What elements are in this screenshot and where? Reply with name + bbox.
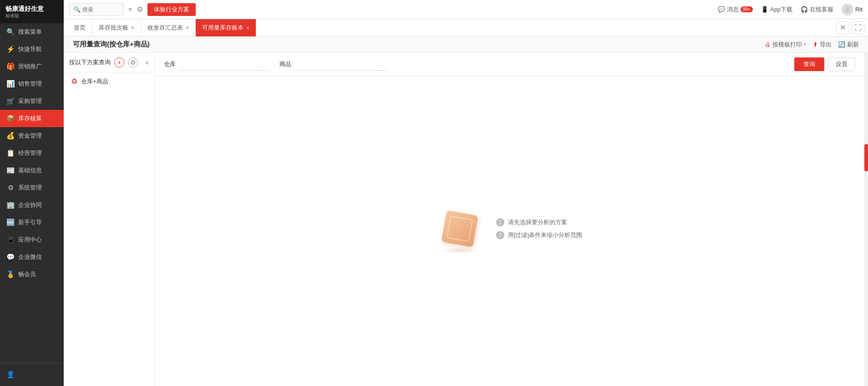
tab-batch-ledger-label: 库存批次账 — [99, 24, 128, 32]
scheme-item-warehouse-product[interactable]: ♻ 仓库+商品 — [64, 72, 154, 90]
sidebar-item-inventory[interactable]: 📦 库存核算 — [0, 110, 64, 127]
sidebar-item-search[interactable]: 🔍 搜索菜单 — [0, 23, 64, 41]
topbar-search-box[interactable]: 🔍 — [69, 3, 124, 16]
sidebar-item-sales[interactable]: 📊 销售管理 — [0, 75, 64, 93]
sidebar-item-enterprise[interactable]: 🏢 企业协同 — [0, 196, 64, 214]
empty-tips: 1 请先选择要分析的方案 2 用[过滤]条件来缩小分析范围 — [496, 218, 582, 244]
sidebar-item-label: 企业协同 — [18, 201, 42, 209]
empty-tip-1: 1 请先选择要分析的方案 — [496, 218, 582, 226]
print-template-action[interactable]: 🖨 按模板打印 ▾ — [765, 41, 807, 49]
avatar — [842, 4, 853, 15]
warehouse-more-icon[interactable]: ... — [261, 61, 269, 67]
refresh-label: 刷新 — [847, 41, 859, 49]
page-actions: 🖨 按模板打印 ▾ ⬆ 导出 🔄 刷新 — [765, 41, 859, 49]
scrollbar-thumb — [864, 144, 868, 171]
sidebar-item-system[interactable]: ⚙ 系统管理 — [0, 179, 64, 196]
app-version: 标准版 — [5, 13, 58, 19]
empty-box-icon — [441, 210, 478, 247]
online-service-label: 在线客服 — [810, 5, 833, 14]
sidebar-header: 畅康通好生意 标准版 — [0, 0, 64, 23]
user-profile[interactable]: Rit — [842, 4, 863, 15]
gear-icon: ⚙ — [6, 184, 15, 192]
topbar: 🔍 ▾ ⚙ 体验行业方案 💬 消息 99+ 📱 App下载 🎧 在线客服 — [64, 0, 868, 19]
sidebar-item-basics[interactable]: 📰 基础信息 — [0, 162, 64, 179]
refresh-action[interactable]: 🔄 刷新 — [838, 41, 859, 49]
print-template-label: 按模板打印 — [772, 41, 802, 49]
search-input[interactable] — [82, 6, 110, 13]
clipboard-icon: 📋 — [6, 149, 15, 157]
sidebar-item-label: 快捷导航 — [18, 45, 42, 53]
settings-icon[interactable]: ⚙ — [137, 5, 143, 14]
export-icon: ⬆ — [813, 41, 818, 48]
maximize-button[interactable]: ⛶ — [852, 21, 864, 34]
sidebar-item-marketing[interactable]: 🎁 营销推广 — [0, 58, 64, 75]
industry-solution-button[interactable]: 体验行业方案 — [147, 3, 196, 16]
app-download-item[interactable]: 📱 App下载 — [761, 5, 792, 14]
search-icon: 🔍 — [73, 6, 81, 13]
content-area: 按以下方案查询 + ⚙ « ♻ 仓库+商品 仓库 ... — [64, 53, 868, 386]
building-icon: 🏢 — [6, 201, 15, 209]
sidebar-item-label: 新手引导 — [18, 218, 42, 226]
topbar-right: 💬 消息 99+ 📱 App下载 🎧 在线客服 Rit — [718, 4, 863, 15]
warehouse-label: 仓库 — [164, 60, 176, 68]
tab-home-label: 首页 — [74, 24, 86, 32]
quicknav-icon: ⚡ — [6, 45, 15, 53]
collapse-panel-icon[interactable]: « — [145, 59, 149, 66]
cart-icon: 🛒 — [6, 97, 15, 105]
sidebar-item-user-info[interactable]: 👤 — [0, 367, 64, 382]
gift-icon: 🎁 — [6, 62, 15, 71]
box-inner-decoration — [447, 216, 473, 242]
warehouse-input[interactable]: ... — [179, 58, 270, 71]
settings-button[interactable]: 设置 — [828, 57, 855, 71]
refresh-icon: 🔄 — [838, 41, 845, 48]
message-badge: 99+ — [741, 6, 753, 12]
sidebar-item-quicknav[interactable]: ⚡ 快捷导航 — [0, 41, 64, 58]
product-input[interactable]: ... — [295, 58, 386, 71]
tab-summary[interactable]: 收发存汇总表 × — [141, 19, 196, 36]
sidebar-item-label: 营销推广 — [18, 62, 42, 71]
empty-state: 1 请先选择要分析的方案 2 用[过滤]条件来缩小分析范围 — [155, 76, 864, 386]
tip-number-2: 2 — [496, 231, 504, 239]
tab-batch-ledger[interactable]: 库存批次账 × — [92, 19, 141, 36]
close-icon[interactable]: × — [186, 25, 189, 31]
info-icon: 📰 — [6, 166, 15, 175]
sidebar-item-finance[interactable]: 💰 资金管理 — [0, 127, 64, 144]
scheme-label: 仓库+商品 — [81, 77, 108, 86]
message-icon: 💬 — [718, 6, 725, 13]
close-icon[interactable]: × — [246, 25, 249, 31]
sidebar-item-label: 库存核算 — [18, 114, 42, 123]
sidebar-item-wechat[interactable]: 💬 企业微信 — [0, 248, 64, 266]
sidebar-item-appcenter[interactable]: 📱 应用中心 — [0, 231, 64, 248]
app-download-label: App下载 — [770, 5, 792, 14]
sidebar-item-label: 销售管理 — [18, 80, 42, 88]
left-panel: 按以下方案查询 + ⚙ « ♻ 仓库+商品 — [64, 53, 155, 386]
dropdown-chevron-icon[interactable]: ▾ — [804, 41, 807, 47]
query-button[interactable]: 查询 — [794, 57, 824, 71]
close-icon[interactable]: × — [131, 25, 134, 31]
tab-available-qty-label: 可用量库存账本 — [202, 24, 244, 32]
user-name: Rit — [855, 6, 863, 13]
print-icon: 🖨 — [765, 41, 771, 48]
online-service-item[interactable]: 🎧 在线客服 — [801, 5, 833, 14]
dropdown-icon[interactable]: ▾ — [128, 5, 132, 14]
product-more-icon[interactable]: ... — [376, 61, 384, 67]
sidebar-item-operations[interactable]: 📋 经营管理 — [0, 144, 64, 162]
empty-tip-2: 2 用[过滤]条件来缩小分析范围 — [496, 231, 582, 239]
right-scrollbar[interactable] — [864, 53, 868, 386]
sidebar-item-label: 资金管理 — [18, 132, 42, 140]
scheme-settings-button[interactable]: ⚙ — [128, 57, 138, 67]
sidebar-item-purchase[interactable]: 🛒 采购管理 — [0, 93, 64, 110]
sidebar-item-guide[interactable]: 🆕 新手引导 — [0, 214, 64, 231]
tab-available-qty[interactable]: 可用量库存账本 × — [196, 19, 256, 36]
filter-actions: 查询 设置 — [794, 57, 855, 71]
tip-number-1: 1 — [496, 218, 504, 226]
close-tab-button[interactable]: ✕ — [836, 21, 849, 34]
message-label: 消息 — [727, 5, 739, 14]
sidebar-item-member[interactable]: 🏅 畅会员 — [0, 266, 64, 283]
add-scheme-button[interactable]: + — [114, 57, 124, 67]
export-action[interactable]: ⬆ 导出 — [813, 41, 832, 49]
message-item[interactable]: 💬 消息 99+ — [718, 5, 753, 14]
left-panel-header: 按以下方案查询 + ⚙ « — [64, 53, 154, 72]
medal-icon: 🏅 — [6, 270, 15, 278]
tab-home[interactable]: 首页 — [67, 19, 92, 36]
